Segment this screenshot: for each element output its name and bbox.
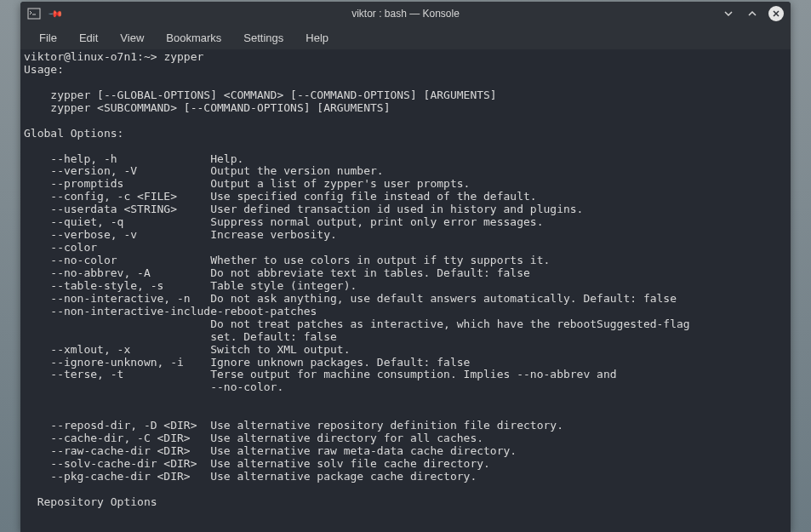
- titlebar-controls: [721, 6, 784, 21]
- menu-bookmarks[interactable]: Bookmarks: [156, 28, 231, 48]
- menu-edit[interactable]: Edit: [69, 28, 108, 48]
- menu-help[interactable]: Help: [295, 28, 339, 48]
- output-text: Usage: zypper [--GLOBAL-OPTIONS] <COMMAN…: [24, 63, 690, 508]
- window-title: viktor : bash — Konsole: [351, 8, 460, 20]
- close-button[interactable]: [768, 6, 784, 21]
- prompt-path: ~: [144, 50, 151, 63]
- prompt-user: viktor@linux-o7n1:: [24, 50, 144, 63]
- maximize-button[interactable]: [745, 6, 760, 21]
- menu-file[interactable]: File: [29, 28, 67, 48]
- titlebar-left: 📌: [27, 7, 61, 20]
- menu-view[interactable]: View: [110, 28, 154, 48]
- menu-settings[interactable]: Settings: [233, 28, 294, 48]
- terminal-output[interactable]: viktor@linux-o7n1:~> zypper Usage: zyppe…: [20, 49, 791, 532]
- terminal-window: 📌 viktor : bash — Konsole File Edit View…: [20, 2, 791, 532]
- svg-rect-0: [28, 9, 40, 19]
- titlebar: 📌 viktor : bash — Konsole: [20, 2, 791, 26]
- prompt-symbol: >: [151, 50, 157, 63]
- pin-icon[interactable]: 📌: [47, 5, 63, 21]
- command-text: zypper: [163, 50, 203, 63]
- terminal-icon: [27, 7, 41, 20]
- menubar: File Edit View Bookmarks Settings Help: [20, 26, 791, 49]
- minimize-button[interactable]: [721, 6, 736, 21]
